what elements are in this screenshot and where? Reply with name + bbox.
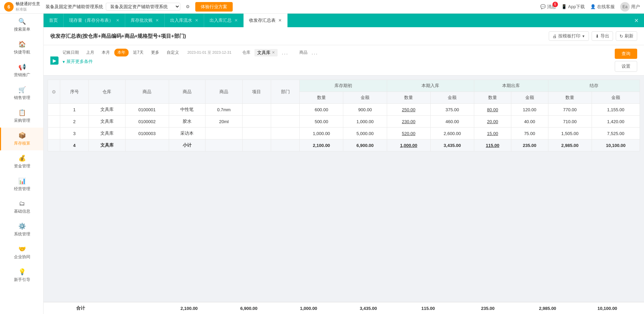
cell-out-qty[interactable]: 80.00 (474, 104, 511, 116)
tab-receive-send[interactable]: 收发存汇总表 ✕ (244, 14, 287, 27)
tab-summary[interactable]: 出入库汇总 ✕ (204, 14, 244, 27)
bottom-values: 2,100.00 6,900.00 1,000.00 3,435.00 115.… (159, 306, 637, 311)
sidebar-item-finance[interactable]: 💰 资金管理 (0, 150, 43, 173)
system-name: 装备及固定资产辅助管理系统 (46, 4, 103, 10)
export-button[interactable]: ⬇ 导出 (592, 31, 613, 41)
warehouse-dots[interactable]: ... (282, 50, 288, 56)
filter-7days[interactable]: 近7天 (130, 49, 147, 56)
cell-in-amt: 2,600.00 (430, 128, 474, 139)
tab-close-flow[interactable]: ✕ (195, 18, 198, 23)
table-settings-icon[interactable]: ⚙ (52, 89, 56, 95)
filter-this-year[interactable]: 本年 (114, 49, 129, 56)
sidebar-item-purchase[interactable]: 📋 采购管理 (0, 105, 43, 128)
tab-batch[interactable]: 库存批次账 ✕ (125, 14, 165, 27)
cell-goods-code (125, 139, 169, 151)
online-service-item[interactable]: 👤 在线客服 (590, 4, 615, 10)
filter-row-1: 记账日期 上月 本月 本年 近7天 更多 自定义 2023-01-01 至 20… (63, 49, 611, 56)
try-button[interactable]: 体验行业方案 (195, 2, 233, 12)
filter-settings-button[interactable]: 设置 (615, 61, 637, 72)
sidebar-item-search[interactable]: 🔍 搜索菜单 (0, 14, 43, 36)
filter-custom[interactable]: 自定义 (164, 49, 182, 56)
sidebar-label-operations: 经营管理 (14, 186, 30, 192)
warehouse-filter-label: 仓库 (242, 50, 250, 55)
sidebar-item-marketing[interactable]: 📢 营销推广 (0, 59, 43, 82)
print-button[interactable]: 🖨 按模板打印 ▼ (549, 31, 589, 41)
cell-num: 4 (60, 139, 89, 151)
cell-goods-name: 采访本 (169, 128, 205, 139)
cell-goods-spec (205, 128, 243, 139)
refresh-icon: ↻ (620, 34, 623, 39)
cell-out-qty[interactable]: 20.00 (474, 116, 511, 128)
sidebar-label-sales: 销售管理 (14, 95, 30, 101)
sidebar-item-sales[interactable]: 🛒 销售管理 (0, 82, 43, 105)
cell-in-qty[interactable]: 520.00 (387, 128, 430, 139)
basic-icon: 🗂 (19, 200, 25, 207)
warehouse-tag-close[interactable]: ✕ (272, 50, 275, 55)
print-label: 按模板打印 (558, 33, 580, 39)
app-download-item[interactable]: 📱 App下载 (561, 4, 585, 10)
sidebar-label-quick: 快捷导航 (14, 49, 30, 55)
tab-bar: 首页 现存量（库存分布表） ✕ 库存批次账 ✕ 出入库流水 ✕ 出入库汇总 ✕ … (44, 14, 644, 27)
query-button[interactable]: 查询 (615, 49, 637, 59)
purchase-icon: 📋 (18, 109, 26, 116)
cell-in-qty[interactable]: 230.00 (387, 116, 430, 128)
filter-more[interactable]: 更多 (148, 49, 162, 56)
cell-out-amt: 40.00 (511, 116, 548, 128)
cell-settings (48, 104, 60, 116)
cell-settings (48, 139, 60, 151)
system-select[interactable]: 装备及固定资产辅助管理系统 (106, 3, 180, 11)
logo-icon: 6 (4, 2, 14, 12)
cell-out-qty[interactable]: 115.00 (474, 139, 511, 151)
tab-bar-close[interactable]: ✕ (629, 17, 644, 24)
app-download-label: App下载 (568, 4, 585, 10)
filter-collapse-btn[interactable]: ▶ (50, 56, 59, 65)
sidebar-item-enterprise[interactable]: 🤝 企业协同 (0, 241, 43, 264)
page-title: 收发存汇总表(按仓库+商品编码+商品+规格型号+项目+部门) (50, 33, 186, 44)
col-header-opening: 库存期初 (300, 80, 387, 92)
refresh-button[interactable]: ↻ 刷新 (616, 31, 637, 41)
tab-flow[interactable]: 出入库流水 ✕ (165, 14, 204, 27)
tab-flow-label: 出入库流水 (170, 17, 192, 23)
expand-filter-btn[interactable]: ▾ 展开更多条件 (63, 59, 93, 65)
cell-out-amt: 120.00 (511, 104, 548, 116)
sidebar-item-guide[interactable]: 💡 新手引导 (0, 264, 43, 287)
filter-this-month[interactable]: 本月 (99, 49, 113, 56)
message-item[interactable]: 💬 消息 6 (540, 4, 556, 10)
sidebar-item-inventory[interactable]: 📦 库存核算 (0, 128, 43, 150)
warehouse-tag: 文具库 ✕ (254, 49, 278, 56)
cell-open-qty: 600.00 (300, 104, 343, 116)
tab-inventory-dist[interactable]: 现存量（库存分布表） ✕ (64, 14, 125, 27)
tab-home[interactable]: 首页 (44, 14, 64, 27)
tab-close-summary[interactable]: ✕ (234, 18, 238, 23)
filter-last-month[interactable]: 上月 (83, 49, 97, 56)
tab-inventory-dist-label: 现存量（库存分布表） (69, 17, 113, 23)
cell-warehouse: 文具库 (89, 139, 125, 151)
tab-close-inventory-dist[interactable]: ✕ (116, 18, 119, 23)
service-icon: 👤 (590, 4, 596, 9)
sidebar-item-system[interactable]: ⚙️ 系统管理 (0, 218, 43, 241)
tab-close-receive-send[interactable]: ✕ (278, 18, 282, 23)
top-header: 6 畅捷通好生意 标准版 装备及固定资产辅助管理系统 装备及固定资产辅助管理系统… (0, 0, 644, 14)
enterprise-icon: 🤝 (18, 245, 26, 253)
page-content: 收发存汇总表(按仓库+商品编码+商品+规格型号+项目+部门) 🖨 按模板打印 ▼… (44, 27, 644, 314)
tab-close-batch[interactable]: ✕ (155, 18, 159, 23)
goods-dots[interactable]: ... (312, 50, 318, 56)
col-header-out: 本期出库 (474, 80, 548, 92)
sidebar-item-basic[interactable]: 🗂 基础信息 (0, 196, 43, 218)
sidebar-label-search: 搜索菜单 (14, 27, 30, 32)
cell-open-qty: 500.00 (300, 116, 343, 128)
col-header-open-amt: 金额 (343, 92, 387, 104)
cell-in-qty[interactable]: 1,000.00 (387, 139, 430, 151)
sidebar-item-operations[interactable]: 📊 经营管理 (0, 173, 43, 196)
sidebar-item-quick[interactable]: 🏠 快捷导航 (0, 36, 43, 59)
settings-icon[interactable]: ⚙ (183, 2, 193, 12)
cell-in-qty[interactable]: 250.00 (387, 104, 430, 116)
cell-open-amt: 900.00 (343, 104, 387, 116)
cell-out-qty[interactable]: 15.00 (474, 128, 511, 139)
guide-icon: 💡 (18, 268, 26, 276)
total-in-qty: 1,000.00 (279, 306, 338, 311)
cell-warehouse: 文具库 (89, 128, 125, 139)
sidebar: 🔍 搜索菜单 🏠 快捷导航 📢 营销推广 🛒 销售管理 📋 采购管理 📦 库存核… (0, 14, 44, 314)
user-item[interactable]: Ea 用户 (620, 2, 640, 12)
total-open-amt: 6,900.00 (219, 306, 279, 311)
